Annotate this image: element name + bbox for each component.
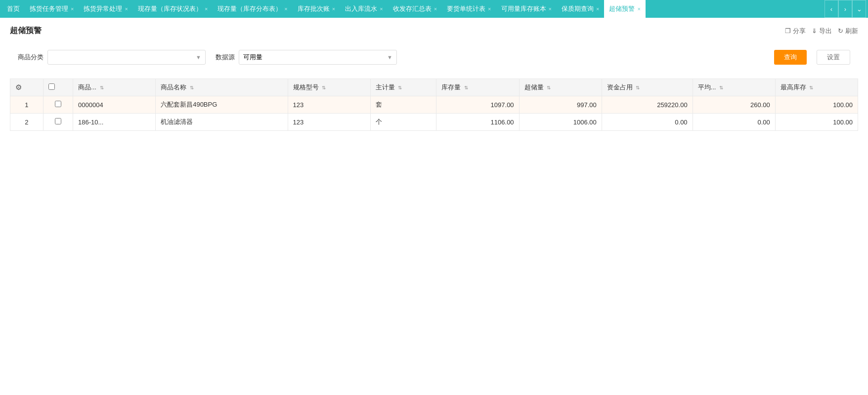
sort-icon-unit: ⇅ <box>398 85 402 90</box>
cell-name: 六配套新昌490BPG <box>156 96 288 114</box>
close-icon[interactable]: × <box>205 6 208 12</box>
filter-bar: 商品分类 ▼ 数据源 可用量 ▼ 查询 设置 <box>10 44 858 71</box>
category-filter: 商品分类 ▼ <box>18 50 206 65</box>
nav-available-stock[interactable]: 可用量库存账本 × <box>496 0 557 18</box>
table-header-row: ⚙ 商品... ⇅ 商品名称 ⇅ 规格型号 ⇅ 主计量 <box>10 79 858 96</box>
cell-unit: 个 <box>370 114 436 131</box>
sort-icon-maxstock: ⇅ <box>809 85 813 90</box>
nav-quality-check[interactable]: 保质期查询 × <box>557 0 604 18</box>
datasource-label: 数据源 <box>216 53 235 62</box>
header-actions: ❐ 分享 ⇓ 导出 ↻ 刷新 <box>785 27 858 36</box>
table-row: 1 0000004 六配套新昌490BPG 123 套 1097.00 997.… <box>10 96 858 114</box>
col-header-avg[interactable]: 平均... ⇅ <box>693 79 775 96</box>
top-nav-bar: 首页 拣货任务管理 × 拣货异常处理 × 现存量（库存状况表） × 现存量（库存… <box>0 0 868 18</box>
cell-index: 1 <box>10 96 43 114</box>
filter-buttons: 查询 <box>774 50 807 65</box>
cell-name: 机油滤清器 <box>156 114 288 131</box>
nav-flow[interactable]: 出入库流水 × <box>340 0 388 18</box>
cell-maxstock: 100.00 <box>775 114 858 131</box>
datasource-filter: 数据源 可用量 ▼ <box>216 50 397 65</box>
cell-stock: 1106.00 <box>436 114 519 131</box>
col-header-spec[interactable]: 规格型号 ⇅ <box>288 79 370 96</box>
close-icon[interactable]: × <box>549 6 552 12</box>
category-label: 商品分类 <box>18 53 43 62</box>
nav-task-mgmt[interactable]: 拣货任务管理 × <box>25 0 79 18</box>
col-header-name[interactable]: 商品名称 ⇅ <box>156 79 288 96</box>
nav-stock-dist[interactable]: 现存量（库存分布表） × <box>213 0 292 18</box>
close-icon[interactable]: × <box>332 6 335 12</box>
col-header-checkbox[interactable] <box>43 79 73 96</box>
cell-capital: 259220.00 <box>602 96 693 114</box>
query-button[interactable]: 查询 <box>774 50 807 65</box>
cell-spec: 123 <box>288 96 370 114</box>
cell-code: 186-10... <box>73 114 156 131</box>
cell-code: 0000004 <box>73 96 156 114</box>
page-header: 超储预警 ❐ 分享 ⇓ 导出 ↻ 刷新 <box>10 26 858 36</box>
close-icon[interactable]: × <box>71 6 74 12</box>
refresh-icon: ↻ <box>838 27 843 35</box>
nav-demand-stats[interactable]: 要货单统计表 × <box>442 0 496 18</box>
datasource-value: 可用量 <box>243 53 262 62</box>
select-all-checkbox[interactable] <box>48 83 55 90</box>
data-table: ⚙ 商品... ⇅ 商品名称 ⇅ 规格型号 ⇅ 主计量 <box>10 79 858 131</box>
close-icon[interactable]: × <box>284 6 287 12</box>
row-checkbox[interactable] <box>55 118 61 124</box>
refresh-button[interactable]: ↻ 刷新 <box>838 27 858 36</box>
settings-icon[interactable]: ⚙ <box>15 83 22 91</box>
col-header-unit[interactable]: 主计量 ⇅ <box>370 79 436 96</box>
cell-avg: 0.00 <box>693 114 775 131</box>
sort-icon-capital: ⇅ <box>636 85 640 90</box>
sort-icon-avg: ⇅ <box>719 85 723 90</box>
cell-unit: 套 <box>370 96 436 114</box>
close-icon[interactable]: × <box>434 6 437 12</box>
col-header-stock[interactable]: 库存量 ⇅ <box>436 79 519 96</box>
nav-arrows: ‹ › ⌄ <box>825 0 866 18</box>
nav-home[interactable]: 首页 <box>2 0 25 18</box>
col-header-code[interactable]: 商品... ⇅ <box>73 79 156 96</box>
cell-spec: 123 <box>288 114 370 131</box>
close-icon[interactable]: × <box>488 6 491 12</box>
datasource-select[interactable]: 可用量 ▼ <box>239 50 397 65</box>
cell-stock: 1097.00 <box>436 96 519 114</box>
sort-icon-name: ⇅ <box>190 85 194 90</box>
col-header-settings[interactable]: ⚙ <box>10 79 43 96</box>
cell-checkbox[interactable] <box>43 114 73 131</box>
cell-checkbox[interactable] <box>43 96 73 114</box>
chevron-down-icon: ▼ <box>196 54 201 60</box>
close-icon[interactable]: × <box>637 6 640 12</box>
sort-icon-excess: ⇅ <box>547 85 551 90</box>
close-icon[interactable]: × <box>380 6 383 12</box>
sort-icon-stock: ⇅ <box>464 85 468 90</box>
nav-next-arrow[interactable]: › <box>838 0 852 18</box>
cell-maxstock: 100.00 <box>775 96 858 114</box>
nav-exception[interactable]: 拣货异常处理 × <box>79 0 132 18</box>
nav-prev-arrow[interactable]: ‹ <box>825 0 838 18</box>
sort-icon-code: ⇅ <box>100 85 104 90</box>
col-header-capital[interactable]: 资金占用 ⇅ <box>602 79 693 96</box>
page-content: 超储预警 ❐ 分享 ⇓ 导出 ↻ 刷新 商品分类 ▼ 数据源 <box>0 18 868 395</box>
nav-stock-status[interactable]: 现存量（库存状况表） × <box>133 0 213 18</box>
nav-summary[interactable]: 收发存汇总表 × <box>388 0 442 18</box>
nav-menu-arrow[interactable]: ⌄ <box>852 0 866 18</box>
close-icon[interactable]: × <box>596 6 599 12</box>
export-button[interactable]: ⇓ 导出 <box>812 27 832 36</box>
cell-index: 2 <box>10 114 43 131</box>
cell-excess: 1006.00 <box>519 114 602 131</box>
cell-avg: 260.00 <box>693 96 775 114</box>
col-header-excess[interactable]: 超储量 ⇅ <box>519 79 602 96</box>
category-select[interactable]: ▼ <box>47 50 206 65</box>
table-row: 2 186-10... 机油滤清器 123 个 1106.00 1006.00 … <box>10 114 858 131</box>
page-title: 超储预警 <box>10 26 42 36</box>
nav-batch-account[interactable]: 库存批次账 × <box>293 0 340 18</box>
col-header-maxstock[interactable]: 最高库存 ⇅ <box>775 79 858 96</box>
cell-capital: 0.00 <box>602 114 693 131</box>
nav-overstock-alert[interactable]: 超储预警 × <box>604 0 645 18</box>
share-icon: ❐ <box>785 27 791 35</box>
export-icon: ⇓ <box>812 27 817 35</box>
settings-button[interactable]: 设置 <box>817 50 850 65</box>
share-button[interactable]: ❐ 分享 <box>785 27 806 36</box>
chevron-down-icon: ▼ <box>387 54 392 60</box>
close-icon[interactable]: × <box>125 6 128 12</box>
row-checkbox[interactable] <box>55 101 61 107</box>
sort-icon-spec: ⇅ <box>322 85 326 90</box>
